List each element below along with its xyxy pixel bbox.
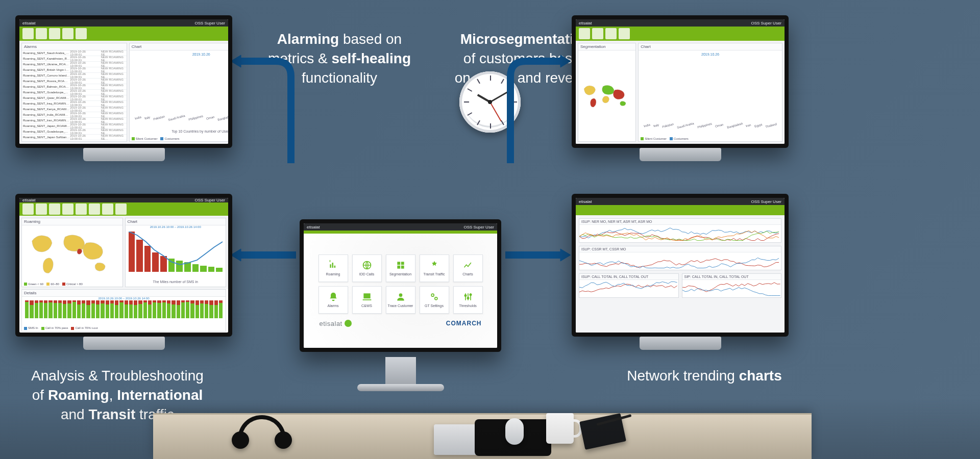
stacked-bar <box>125 300 128 318</box>
tile-thresholds[interactable]: Thresholds <box>453 286 483 314</box>
stacked-bar <box>54 300 57 318</box>
ribbon-button[interactable] <box>76 28 87 39</box>
ribbon-button[interactable] <box>115 203 127 215</box>
tile-transit[interactable]: Transit Traffic <box>420 254 449 282</box>
app-topbar: etisalat OSS Super User <box>576 198 785 205</box>
topbar-user: OSS Super User <box>194 198 225 202</box>
cws-icon <box>362 292 372 302</box>
combo-pane: Chart 2019.10.26 10:00 – 2019.10.26 14:0… <box>125 218 227 287</box>
stacked-bar <box>72 300 76 318</box>
stacked-bar <box>67 300 71 318</box>
ribbon-button[interactable] <box>605 28 617 39</box>
svg-point-8 <box>434 297 437 300</box>
stacked-legend: SMS In Call in 70% pass Call in 70% t-ou… <box>22 325 226 330</box>
ribbon-button[interactable] <box>102 203 113 215</box>
ribbon-button[interactable] <box>89 203 100 215</box>
ribbon <box>19 202 228 216</box>
bar: Philippines <box>697 123 712 127</box>
tile-gt[interactable]: GT Settings <box>420 286 449 314</box>
stacked-bar <box>63 300 66 318</box>
topbar-logo: etisalat <box>307 225 320 230</box>
map-legend: Green < 60 60–80 Critical > 80 <box>22 282 122 287</box>
chart-pane: Chart 2019.10.26 IndiaItalyPakistanSaudi… <box>129 43 228 142</box>
ribbon-button[interactable] <box>62 203 74 215</box>
bar: Bangladesh <box>217 115 228 119</box>
topbar-logo: etisalat <box>579 199 592 204</box>
chart-legend: Silent Customer Customers <box>639 136 782 141</box>
tile-roaming[interactable]: RRoaming <box>318 254 348 282</box>
ribbon <box>576 27 785 41</box>
bar: India <box>135 115 141 119</box>
tile-segmentation[interactable]: Segmentation <box>386 254 415 282</box>
tile-label: Alarms <box>328 304 339 308</box>
ribbon-button[interactable] <box>36 28 47 39</box>
svg-marker-0 <box>231 55 241 67</box>
brand-comarch: COMARCH <box>446 320 482 327</box>
legend-item: Call in 70% pass <box>41 326 68 329</box>
alerts-pane: Alarms Roaming_SENT_Saudi Arabia_ROAMING… <box>21 43 127 142</box>
stacked-bar <box>115 300 118 318</box>
stacked-bar <box>39 300 43 318</box>
bar: Pakistan <box>662 123 674 127</box>
topbar-user: OSS Super User <box>194 21 225 26</box>
tile-label: Charts <box>462 272 473 276</box>
ribbon-button[interactable] <box>49 203 60 215</box>
ribbon-button[interactable] <box>49 28 60 39</box>
ribbon-button[interactable] <box>76 203 87 215</box>
stacked-bar <box>134 300 137 318</box>
ribbon-button[interactable] <box>22 203 34 215</box>
stacked-bar <box>162 300 166 318</box>
tile-trace[interactable]: Trace Customer <box>386 286 415 314</box>
legend-item: Silent Customer <box>132 137 158 140</box>
ribbon-button[interactable] <box>62 28 74 39</box>
sparkline-panel: ISUP: NER MO, NER MT, ASR MT, ASR MO <box>579 218 781 243</box>
topbar-user: OSS Super User <box>463 225 494 230</box>
ribbon-button[interactable] <box>579 28 590 39</box>
tile-alarms[interactable]: Alarms <box>318 286 348 314</box>
chart-date: 2019.10.26 <box>130 50 228 56</box>
stacked-bar <box>35 300 38 318</box>
spark-title: ISUP: NER MO, NER MT, ASR MT, ASR MO <box>581 220 652 223</box>
trace-icon <box>396 292 406 302</box>
monitor-trending: etisalat OSS Super User ISUP: NER MO, NE… <box>572 194 789 337</box>
map-pane: Segmentation <box>578 43 636 142</box>
chart-title: Chart <box>639 43 782 50</box>
ribbon-button[interactable] <box>592 28 603 39</box>
ribbon-button[interactable] <box>619 28 630 39</box>
stacked-title: Details <box>22 290 226 297</box>
svg-point-10 <box>467 297 469 299</box>
topbar-logo: etisalat <box>579 21 592 26</box>
stacked-bar <box>190 300 194 318</box>
bar: Iran <box>746 123 751 127</box>
stacked-bar <box>143 300 147 318</box>
brand-etisalat: etisalat <box>320 320 352 327</box>
stacked-bar <box>172 300 175 318</box>
topbar-logo: etisalat <box>22 198 35 202</box>
stacked-bar <box>48 300 52 318</box>
ribbon-button[interactable] <box>22 28 34 39</box>
stacked-bar <box>205 300 208 318</box>
transit-icon <box>429 260 439 270</box>
stacked-bar <box>148 300 152 318</box>
map-pane: Roaming <box>21 218 123 287</box>
tile-grid: RRoamingIDD CallsSegmentationTransit Tra… <box>318 254 483 314</box>
caption-trending: Network trending charts <box>618 366 791 386</box>
svg-point-11 <box>470 294 471 295</box>
chart-date: 2019.10.26 <box>639 50 782 56</box>
bar: Italy <box>653 123 659 127</box>
ribbon-button[interactable] <box>36 203 47 215</box>
tile-idd-calls[interactable]: IDD Calls <box>352 254 382 282</box>
tile-charts[interactable]: Charts <box>453 254 483 282</box>
stacked-pane: Details 2019.10.26 10:00 – 2019.10.26 14… <box>21 289 226 331</box>
headphones <box>229 415 295 451</box>
charts-icon <box>463 260 473 270</box>
roaming-icon: R <box>328 260 338 270</box>
etisalat-logo-icon <box>345 320 352 327</box>
stacked-bar <box>219 300 223 318</box>
bar-chart: IndiaItalyPakistanSaudi ArabiaPhilippine… <box>639 56 782 136</box>
monitor-hub: etisalat OSS Super User RRoamingIDD Call… <box>300 219 501 352</box>
tile-label: Thresholds <box>459 304 477 308</box>
tile-label: Roaming <box>326 272 340 276</box>
tile-cws[interactable]: C&WS <box>352 286 382 314</box>
alert-row[interactable]: Roaming_SENT_Japan Softbank Telecom Corp… <box>22 135 127 140</box>
